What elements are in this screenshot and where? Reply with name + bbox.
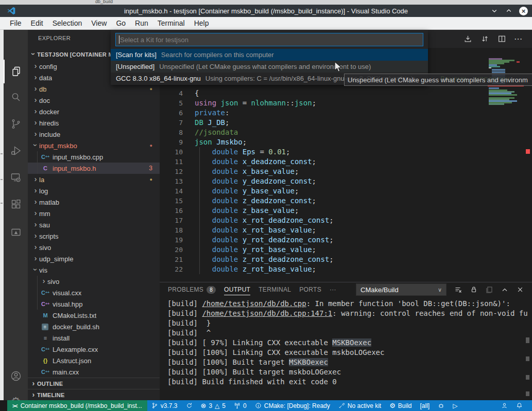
lock-icon[interactable] <box>469 285 478 294</box>
open-output-in-editor-icon[interactable] <box>485 285 494 294</box>
maximize-panel-icon[interactable] <box>500 285 509 294</box>
tree-folder-log[interactable]: ›log <box>28 185 160 196</box>
statusbar-cmake-status[interactable]: CMake: [Debug]: Ready <box>251 400 334 411</box>
bottom-panel: PROBLEMS8OUTPUTTERMINALPORTS···CMake/Bui… <box>160 282 532 400</box>
tree-folder-doc[interactable]: ›doc <box>28 95 160 106</box>
account-icon[interactable] <box>4 364 28 388</box>
tree-file-LAexample.cxx[interactable]: C++LAexample.cxx <box>28 344 160 355</box>
switch-editors-icon[interactable] <box>479 33 490 44</box>
line-number: 21 <box>160 255 183 264</box>
kit-option-1[interactable]: [Unspecified]Unspecified (Let CMake gues… <box>111 61 428 73</box>
panel-tab-output[interactable]: OUTPUT <box>224 286 250 295</box>
code-line-18: 18 double x_rot_base_value; <box>160 225 532 235</box>
statusbar-debug-button[interactable] <box>434 400 449 411</box>
chevron-right-icon: › <box>32 96 39 104</box>
output-log[interactable]: [build] /home/testjson/db/db.cpp: In mem… <box>167 299 532 387</box>
clear-output-icon[interactable] <box>454 285 463 294</box>
bug-icon <box>438 402 444 409</box>
statusbar-build-target[interactable]: [all] <box>416 400 434 411</box>
maximize-button[interactable] <box>505 7 513 15</box>
menu-help[interactable]: Help <box>190 18 214 28</box>
extensions-icon[interactable] <box>4 192 28 216</box>
tree-folder-scripts[interactable]: ›scripts <box>28 230 160 242</box>
explorer-icon[interactable] <box>4 60 28 83</box>
menu-edit[interactable]: Edit <box>26 18 48 28</box>
line-number: 6 <box>160 108 183 118</box>
kit-picker-input[interactable]: Select a Kit for testjson <box>115 33 423 46</box>
tree-folder-la[interactable]: ›la● <box>28 174 160 185</box>
tree-file-CMakeLists.txt[interactable]: MCMakeLists.txt <box>28 310 160 321</box>
minimap[interactable] <box>488 58 524 140</box>
statusbar-active-kit[interactable]: No active kit <box>334 400 385 411</box>
tree-file-input_mskbo.cpp[interactable]: C++input_mskbo.cpp <box>28 151 160 163</box>
statusbar-ports[interactable]: 0 <box>230 400 251 411</box>
statusbar-build-button[interactable]: ⚙Build <box>385 400 416 411</box>
close-panel-icon[interactable] <box>516 285 525 294</box>
menu-view[interactable]: View <box>87 18 111 28</box>
cmake-file-icon: M <box>41 312 49 318</box>
panel-tab-ports[interactable]: PORTS <box>299 286 321 293</box>
sidebar-title: EXPLORER <box>38 35 71 41</box>
statusbar-launch-button[interactable]: ▷ <box>449 400 461 411</box>
tree-file-LAstruct.json[interactable]: {}LAstruct.json <box>28 355 160 366</box>
tree-folder-hiredis[interactable]: ›hiredis <box>28 117 160 129</box>
tree-file-visual.hpp[interactable]: C++visual.hpp <box>28 298 160 310</box>
chevron-down-icon: ∨ <box>438 287 442 293</box>
file-link[interactable]: /home/testjson/db/db.cpp <box>202 299 306 308</box>
background-window-text: db_build <box>95 0 113 4</box>
tree-file-visual.cxx[interactable]: C++visual.cxx <box>28 287 160 298</box>
statusbar-notifications[interactable] <box>512 402 527 409</box>
kit-option-0[interactable]: [Scan for kits]Search for compilers on t… <box>111 49 428 61</box>
menu-file[interactable]: File <box>5 18 26 28</box>
tree-folder-vis[interactable]: ›vis <box>28 264 160 276</box>
cmake-icon[interactable] <box>4 220 28 244</box>
tree-folder-sivo[interactable]: ›sivo <box>28 276 160 287</box>
statusbar-feedback[interactable] <box>497 402 512 409</box>
minimize-button[interactable] <box>490 7 499 15</box>
code-line-12: 12 double x_base_value; <box>160 167 532 176</box>
outline-section[interactable]: › OUTLINE <box>28 378 160 389</box>
scrollbar-mark <box>526 375 529 380</box>
menu-selection[interactable]: Selection <box>48 18 87 28</box>
tree-folder-sau[interactable]: ›sau <box>28 219 160 230</box>
split-editor-icon[interactable] <box>496 33 507 44</box>
tree-folder-sivo[interactable]: ›sivo <box>28 242 160 253</box>
tree-file-docker_build.sh[interactable]: ≡docker_build.sh <box>28 321 160 332</box>
more-actions-icon[interactable]: ··· <box>513 33 524 44</box>
statusbar-cmake-version[interactable]: v3.7.3 <box>147 400 182 411</box>
sync-icon <box>186 402 193 409</box>
panel-tab-terminal[interactable]: TERMINAL <box>259 286 291 293</box>
tree-folder-db[interactable]: ›db● <box>28 83 160 95</box>
output-channel-select[interactable]: CMake/Build∨ <box>356 283 447 296</box>
tree-folder-input_mskbo[interactable]: ›input_mskbo● <box>28 140 160 151</box>
tree-folder-mm[interactable]: ›mm <box>28 208 160 219</box>
run-debug-icon[interactable] <box>4 139 28 163</box>
tree-file-input_mskbo.h[interactable]: Cinput_mskbo.h3 <box>28 163 160 174</box>
tree-file-install[interactable]: ≡install <box>28 332 160 344</box>
remote-explorer-icon[interactable] <box>4 166 28 189</box>
chevron-right-icon: › <box>32 130 39 138</box>
tree-folder-matlab[interactable]: ›matlab <box>28 196 160 208</box>
tree-folder-udp_simple[interactable]: ›udp_simple <box>28 253 160 264</box>
statusbar-sync[interactable] <box>182 400 197 411</box>
source-control-icon[interactable] <box>4 112 28 136</box>
statusbar-problems[interactable]: ⊗3△5 <box>197 400 230 411</box>
menu-go[interactable]: Go <box>111 18 130 28</box>
tree-folder-docker[interactable]: ›docker <box>28 106 160 117</box>
chevron-down-icon: › <box>29 50 38 58</box>
panel-tab-problems[interactable]: PROBLEMS8 <box>168 286 216 294</box>
menu-terminal[interactable]: Terminal <box>153 18 190 28</box>
code-area[interactable]: 4{5using json = nlohmann::json;6private:… <box>160 88 532 274</box>
close-button[interactable]: × <box>519 7 528 15</box>
remote-indicator[interactable]: ><Container mskbo_build (/mskbo_build_in… <box>7 400 147 411</box>
search-icon[interactable] <box>4 85 28 109</box>
menu-run[interactable]: Run <box>130 18 153 28</box>
open-changes-icon[interactable] <box>462 33 473 44</box>
tree-file-main.cxx[interactable]: C++main.cxx <box>28 366 160 378</box>
file-link[interactable]: /home/testjson/db/db.cpp:147:1 <box>202 309 332 317</box>
timeline-section[interactable]: › TIMELINE <box>28 389 160 400</box>
chevron-right-icon: › <box>32 209 39 217</box>
scrollbar-mark <box>526 391 529 396</box>
tree-folder-include[interactable]: ›include <box>28 129 160 140</box>
panel-tab-···[interactable]: ··· <box>330 286 336 293</box>
